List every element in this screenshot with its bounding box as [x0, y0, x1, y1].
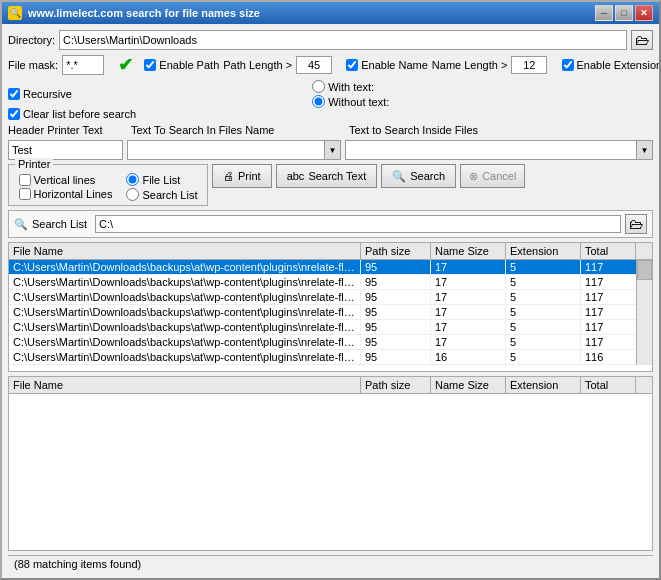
td-path: 95	[361, 275, 431, 289]
search-text-button[interactable]: abc abc Search Text Search Text	[276, 164, 378, 188]
printer-radios: File List Search List	[126, 173, 197, 201]
table-row[interactable]: C:\Users\Martin\Downloads\backups\at\wp-…	[9, 350, 636, 365]
td-name: 17	[431, 260, 506, 274]
printer-row: Printer Vertical lines Horizontal Lines …	[8, 164, 653, 206]
recursive-row: Recursive With text: Without text:	[8, 80, 653, 108]
table-row[interactable]: C:\Users\Martin\Downloads\backups\at\wp-…	[9, 305, 636, 320]
path-length-input[interactable]	[296, 56, 332, 74]
status-text: (88 matching items found)	[14, 558, 141, 570]
search-list-path-input[interactable]	[95, 215, 621, 233]
print-icon: 🖨	[223, 170, 234, 182]
vertical-lines-checkbox[interactable]: Vertical lines	[19, 174, 113, 186]
recursive-checkbox[interactable]: Recursive	[8, 88, 72, 100]
top-table-header: File Name Path size Name Size Extension …	[9, 243, 652, 260]
table-row[interactable]: C:\Users\Martin\Downloads\backups\at\wp-…	[9, 260, 636, 275]
main-window: 🔍 www.limelect.com search for file names…	[0, 0, 661, 580]
check-icon: ✔	[118, 54, 133, 76]
status-bar: (88 matching items found)	[8, 555, 653, 572]
path-length-label: Path Length >	[223, 59, 292, 71]
td-file: C:\Users\Martin\Downloads\backups\at\wp-…	[9, 320, 361, 334]
app-icon: 🔍	[8, 6, 22, 20]
enable-name-checkbox[interactable]: Enable Name	[346, 59, 428, 71]
input-row: ▼ ▼	[8, 140, 653, 160]
table-row[interactable]: C:\Users\Martin\Downloads\backups\at\wp-…	[9, 335, 636, 350]
cancel-button[interactable]: ⊗ Cancel	[460, 164, 525, 188]
horizontal-lines-checkbox[interactable]: Horizontal Lines	[19, 188, 113, 200]
col-name-size: Name Size	[431, 243, 506, 259]
td-name: 17	[431, 335, 506, 349]
search-list-bar: 🔍 Search List 🗁	[8, 210, 653, 238]
enable-path-checkbox[interactable]: Enable Path	[144, 59, 219, 71]
content-area: Directory: 🗁 File mask: ✔ Enable Path Pa…	[2, 24, 659, 578]
td-name: 17	[431, 320, 506, 334]
search-btn-icon: 🔍	[392, 170, 406, 183]
enable-extension-checkbox[interactable]: Enable Extension	[562, 59, 660, 71]
bottom-col-path-size: Path size	[361, 377, 431, 393]
printer-group-label: Printer	[15, 158, 53, 170]
col-file-name: File Name	[9, 243, 361, 259]
col-extension: Extension	[506, 243, 581, 259]
text-options-col: With text: Without text:	[312, 80, 389, 108]
scrollbar-header-spacer	[636, 243, 652, 259]
combo-inside-arrow-icon[interactable]: ▼	[636, 141, 652, 159]
bottom-col-name-size: Name Size	[431, 377, 506, 393]
td-total: 116	[581, 350, 636, 364]
filemask-input[interactable]	[62, 55, 104, 75]
td-name: 17	[431, 305, 506, 319]
col-path-size: Path size	[361, 243, 431, 259]
print-button[interactable]: 🖨 Print	[212, 164, 272, 188]
text-search-combo-input[interactable]	[128, 141, 324, 159]
td-path: 95	[361, 320, 431, 334]
search-button[interactable]: 🔍 Search	[381, 164, 456, 188]
top-table-scrollbar[interactable]	[636, 260, 652, 365]
td-name: 17	[431, 275, 506, 289]
directory-input[interactable]	[59, 30, 627, 50]
td-name: 16	[431, 350, 506, 364]
table-row[interactable]: C:\Users\Martin\Downloads\backups\at\wp-…	[9, 320, 636, 335]
text-search-files-label: Text To Search In Files Name	[131, 124, 341, 136]
td-total: 117	[581, 320, 636, 334]
column-labels-row: Header Printer Text Text To Search In Fi…	[8, 124, 653, 136]
abc-icon: abc	[287, 170, 305, 182]
top-table-rows: C:\Users\Martin\Downloads\backups\at\wp-…	[9, 260, 636, 365]
td-total: 117	[581, 260, 636, 274]
text-search-inside-combo[interactable]: ▼	[345, 140, 653, 160]
search-list-icon: 🔍	[14, 218, 28, 231]
name-length-label: Name Length >	[432, 59, 508, 71]
file-list-radio[interactable]: File List	[126, 173, 197, 186]
clear-list-row: Clear list before search	[8, 108, 653, 120]
window-title: www.limelect.com search for file names s…	[28, 7, 260, 19]
table-row[interactable]: C:\Users\Martin\Downloads\backups\at\wp-…	[9, 275, 636, 290]
td-file: C:\Users\Martin\Downloads\backups\at\wp-…	[9, 290, 361, 304]
text-search-combo[interactable]: ▼	[127, 140, 341, 160]
directory-browse-button[interactable]: 🗁	[631, 30, 653, 50]
minimize-button[interactable]: ─	[595, 5, 613, 21]
clear-list-checkbox[interactable]: Clear list before search	[8, 108, 136, 120]
search-list-radio[interactable]: Search List	[126, 188, 197, 201]
filemask-row: File mask: ✔ Enable Path Path Length > E…	[8, 54, 653, 76]
close-button[interactable]: ✕	[635, 5, 653, 21]
header-printer-text-input[interactable]	[8, 140, 123, 160]
name-length-input[interactable]	[511, 56, 547, 74]
maximize-button[interactable]: □	[615, 5, 633, 21]
directory-label: Directory:	[8, 34, 55, 46]
filemask-label: File mask:	[8, 59, 58, 71]
combo-arrow-icon[interactable]: ▼	[324, 141, 340, 159]
bottom-table-header: File Name Path size Name Size Extension …	[9, 377, 652, 394]
table-row[interactable]: C:\Users\Martin\Downloads\backups\at\wp-…	[9, 290, 636, 305]
search-list-browse-button[interactable]: 🗁	[625, 214, 647, 234]
td-ext: 5	[506, 305, 581, 319]
td-file: C:\Users\Martin\Downloads\backups\at\wp-…	[9, 305, 361, 319]
td-path: 95	[361, 305, 431, 319]
without-text-radio[interactable]: Without text:	[312, 95, 389, 108]
printer-checkboxes: Vertical lines Horizontal Lines	[19, 174, 113, 200]
td-ext: 5	[506, 335, 581, 349]
with-text-radio[interactable]: With text:	[312, 80, 389, 93]
td-ext: 5	[506, 260, 581, 274]
td-path: 95	[361, 260, 431, 274]
col-total: Total	[581, 243, 636, 259]
bottom-col-total: Total	[581, 377, 636, 393]
header-printer-text-label: Header Printer Text	[8, 124, 123, 136]
td-ext: 5	[506, 290, 581, 304]
text-search-inside-input[interactable]	[346, 141, 636, 159]
